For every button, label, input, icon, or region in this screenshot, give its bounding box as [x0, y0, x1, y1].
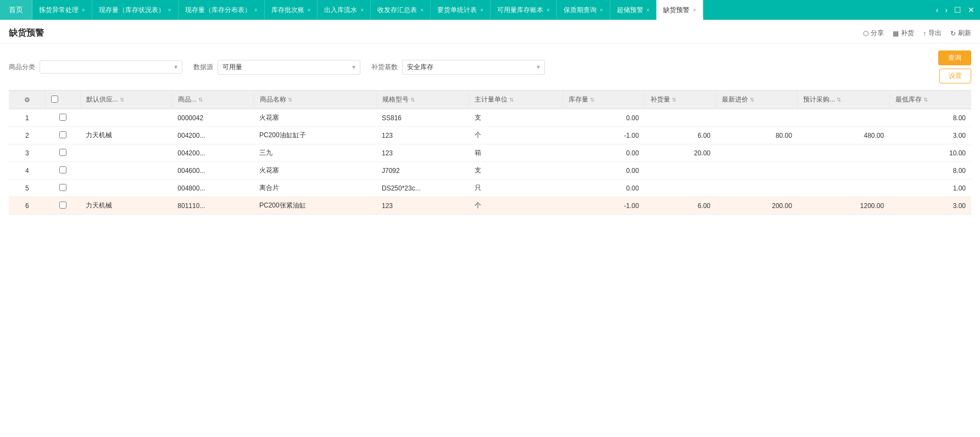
- row-index: 3: [9, 144, 46, 162]
- tab-close-1[interactable]: ×: [82, 7, 85, 13]
- nav-restore-button[interactable]: ☐: [951, 3, 965, 16]
- tab-close-8[interactable]: ×: [547, 7, 550, 13]
- cell-unit: 支: [469, 109, 563, 127]
- tab-close-11[interactable]: ×: [693, 7, 696, 13]
- row-checkbox[interactable]: [59, 114, 66, 121]
- cell-min-stock: 10.00: [889, 144, 971, 162]
- export-button[interactable]: ↑ 导出: [923, 29, 942, 38]
- cell-supplier: [80, 180, 172, 197]
- row-checkbox-cell: [46, 197, 80, 215]
- cell-est-purchase: [798, 180, 889, 197]
- row-checkbox[interactable]: [59, 149, 66, 156]
- table-row: 5 004800... 离合片 DS250*23c... 只 0.00 1.00: [9, 180, 971, 197]
- cell-replenish: [644, 180, 716, 197]
- cell-latest-price: 80.00: [716, 127, 798, 144]
- tab-2[interactable]: 现存量（库存状况表） ×: [92, 0, 179, 20]
- th-unit: 主计量单位 ⇅: [469, 91, 563, 109]
- refresh-button[interactable]: ↻ 刷新: [950, 29, 971, 38]
- row-checkbox[interactable]: [59, 166, 66, 173]
- tab-10[interactable]: 超储预警 ×: [610, 0, 657, 20]
- cell-name: 火花塞: [254, 109, 376, 127]
- cell-est-purchase: [798, 162, 889, 180]
- cell-code: 801110...: [172, 197, 254, 215]
- cell-latest-price: [716, 109, 798, 127]
- row-index: 4: [9, 162, 46, 180]
- tab-close-5[interactable]: ×: [360, 7, 364, 13]
- cell-name: 离合片: [254, 180, 376, 197]
- settings-button[interactable]: 设置: [939, 69, 971, 83]
- tab-close-6[interactable]: ×: [420, 7, 424, 13]
- sort-spec-icon[interactable]: ⇅: [410, 97, 415, 103]
- replenish-button[interactable]: ▦ 补货: [893, 29, 914, 38]
- nav-prev-button[interactable]: ‹: [933, 3, 942, 16]
- select-all-checkbox[interactable]: [51, 96, 58, 103]
- table-body: 1 0000042 火花塞 SS816 支 0.00 8.00 2 力天机械 0…: [9, 109, 971, 215]
- category-select[interactable]: ▾: [40, 60, 182, 74]
- row-checkbox-cell: [46, 162, 80, 180]
- cell-est-purchase: [798, 144, 889, 162]
- cell-min-stock: 8.00: [889, 109, 971, 127]
- cell-supplier: 力天机械: [80, 197, 172, 215]
- sort-replenish-icon[interactable]: ⇅: [672, 97, 676, 103]
- replenish-icon: ▦: [893, 30, 899, 37]
- cell-latest-price: [716, 162, 798, 180]
- cell-latest-price: [716, 180, 798, 197]
- nav-close-button[interactable]: ✕: [965, 3, 978, 16]
- sort-min-stock-icon[interactable]: ⇅: [923, 97, 928, 103]
- share-button[interactable]: ⬡ 分享: [863, 29, 884, 38]
- gear-icon[interactable]: ⚙: [24, 96, 30, 104]
- cell-unit: 只: [469, 180, 563, 197]
- query-button[interactable]: 查询: [938, 51, 971, 65]
- tab-close-3[interactable]: ×: [254, 7, 258, 13]
- cell-unit: 箱: [469, 144, 563, 162]
- sort-stock-icon[interactable]: ⇅: [590, 97, 594, 103]
- cell-name: PC200张紧油缸: [254, 197, 376, 215]
- tab-close-10[interactable]: ×: [647, 7, 650, 13]
- sort-name-icon[interactable]: ⇅: [288, 97, 292, 103]
- cell-spec: 123: [376, 127, 469, 144]
- nav-next-button[interactable]: ›: [942, 3, 951, 16]
- export-icon: ↑: [923, 30, 926, 37]
- row-checkbox[interactable]: [59, 184, 66, 191]
- sort-supplier-icon[interactable]: ⇅: [120, 97, 124, 103]
- tab-close-2[interactable]: ×: [168, 7, 171, 13]
- tab-5[interactable]: 出入库流水 ×: [318, 0, 371, 20]
- tab-7[interactable]: 要货单统计表 ×: [431, 0, 491, 20]
- row-checkbox[interactable]: [59, 201, 66, 209]
- table-container: ⚙ 默认供应... ⇅ 商品... ⇅: [0, 90, 980, 215]
- replenish-base-select[interactable]: 安全库存 ▾: [402, 60, 545, 75]
- tab-11[interactable]: 缺货预警 ×: [656, 0, 703, 20]
- cell-code: 004200...: [172, 144, 254, 162]
- datasource-arrow-icon: ▾: [352, 63, 355, 71]
- replenish-base-filter-group: 补货基数 安全库存 ▾: [371, 60, 545, 75]
- cell-est-purchase: [798, 109, 889, 127]
- tab-close-7[interactable]: ×: [480, 7, 483, 13]
- cell-min-stock: 3.00: [889, 197, 971, 215]
- tab-8[interactable]: 可用量库存账本 ×: [491, 0, 557, 20]
- row-checkbox[interactable]: [59, 131, 66, 138]
- cell-replenish: 6.00: [644, 127, 716, 144]
- sort-code-icon[interactable]: ⇅: [198, 97, 203, 103]
- main-content: 缺货预警 ⬡ 分享 ▦ 补货 ↑ 导出 ↻ 刷新 商品分类: [0, 20, 980, 437]
- tab-close-4[interactable]: ×: [308, 7, 311, 13]
- cell-unit: 支: [469, 162, 563, 180]
- sort-latest-price-icon[interactable]: ⇅: [750, 97, 754, 103]
- tab-close-9[interactable]: ×: [600, 7, 603, 13]
- cell-stock: 0.00: [563, 109, 645, 127]
- tab-6[interactable]: 收发存汇总表 ×: [371, 0, 431, 20]
- tab-9[interactable]: 保质期查询 ×: [557, 0, 610, 20]
- sort-unit-icon[interactable]: ⇅: [509, 97, 514, 103]
- category-label: 商品分类: [9, 63, 35, 72]
- tab-home[interactable]: 首页: [0, 0, 32, 20]
- tab-3[interactable]: 现存量（库存分布表） ×: [179, 0, 265, 20]
- tab-4[interactable]: 库存批次账 ×: [265, 0, 318, 20]
- tab-1[interactable]: 拣货异常处理 ×: [32, 0, 92, 20]
- table-row: 1 0000042 火花塞 SS816 支 0.00 8.00: [9, 109, 971, 127]
- cell-est-purchase: 480.00: [798, 127, 889, 144]
- category-arrow-icon: ▾: [174, 63, 177, 71]
- cell-latest-price: 200.00: [716, 197, 798, 215]
- cell-supplier: [80, 109, 172, 127]
- nav-controls: ‹ › ☐ ✕: [933, 3, 980, 16]
- datasource-select[interactable]: 可用量 ▾: [218, 60, 360, 75]
- sort-est-purchase-icon[interactable]: ⇅: [837, 97, 841, 103]
